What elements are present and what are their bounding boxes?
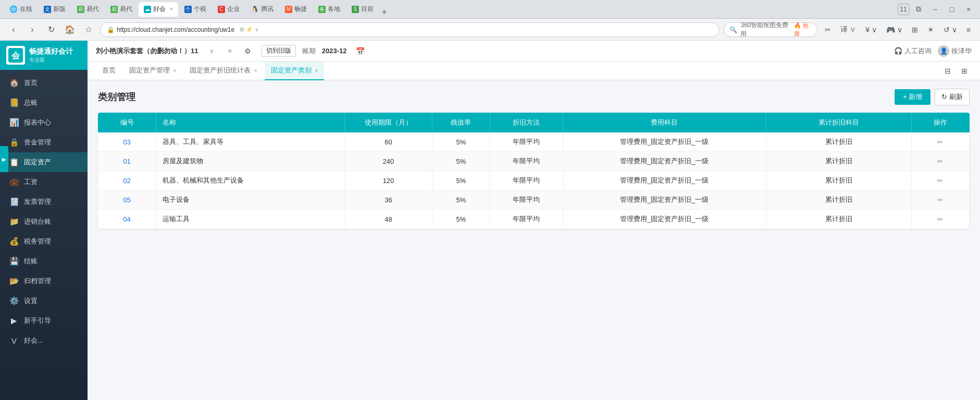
edit-icon[interactable]: ✏: [937, 138, 943, 146]
tab-close-5[interactable]: ×: [170, 6, 173, 12]
company-dropdown[interactable]: ∨: [204, 44, 219, 58]
cell-code[interactable]: 02: [98, 171, 156, 190]
browser-tab-7[interactable]: C 企业: [213, 2, 245, 17]
sidebar-item-fixed[interactable]: 📋 固定资产: [0, 152, 88, 172]
minimize-button[interactable]: −: [928, 2, 942, 17]
search-box[interactable]: 🔍 360智能抠图免费用 🔥 热搜: [724, 22, 817, 37]
top-bar: 刘小艳演示套套（勿删勿动！）11 ∨ + ⚙ 切到旧版 账期 2023-12 📅…: [88, 41, 980, 62]
sidebar-item-salary[interactable]: 💼 工资: [0, 172, 88, 192]
browser-tab-9[interactable]: M 畅捷: [280, 2, 312, 17]
browser-tab-5[interactable]: ☁ 好会 ×: [139, 2, 178, 17]
fixed-icon: 📋: [9, 157, 19, 167]
sidebar-item-home[interactable]: 🏠 首页: [0, 73, 88, 93]
page-actions: + 新增 ↻ 刷新: [895, 89, 970, 105]
sidebar-item-label: 新手引导: [24, 316, 51, 325]
browser-toolbar: ‹ › ↻ 🏠 ☆ 🔒 https://cloud.chanjet.com/ac…: [0, 19, 980, 41]
sidebar-item-tax[interactable]: 💰 税务管理: [0, 232, 88, 251]
side-quick-btn[interactable]: ▶: [0, 146, 8, 172]
user-button[interactable]: 👤 徐泽华: [938, 45, 972, 57]
cell-expense: 管理费用_固定资产折旧_一级: [563, 210, 766, 229]
cell-name: 器具、工具、家具等: [156, 132, 345, 152]
tab-label: 畅捷: [294, 5, 307, 14]
refresh-button[interactable]: ↻ 刷新: [935, 89, 970, 105]
col-residual: 残值率: [432, 113, 490, 132]
col-expense: 费用科目: [563, 113, 766, 132]
sidebar-logo[interactable]: 会 畅捷通好会计 专业版: [0, 41, 88, 70]
browser-tab-4[interactable]: 易 易代: [105, 2, 138, 17]
guide-icon: ▶: [9, 316, 19, 325]
currency-btn[interactable]: ¥ ∨: [862, 25, 880, 35]
translate-btn[interactable]: 译 ∨: [837, 24, 859, 35]
browser-tab-1[interactable]: 🌐 在线: [4, 2, 38, 17]
cell-residual: 5%: [432, 152, 490, 171]
edit-icon[interactable]: ✏: [937, 157, 943, 165]
back-button[interactable]: ‹: [6, 22, 21, 37]
calendar-icon[interactable]: 📅: [353, 44, 368, 58]
edit-icon[interactable]: ✏: [937, 196, 943, 204]
menu-btn[interactable]: ≡: [963, 25, 974, 35]
sidebar-item-guide[interactable]: ▶ 新手引导: [0, 311, 88, 331]
sidebar-item-inventory[interactable]: 📁 进销台账: [0, 212, 88, 232]
tab-asset-category[interactable]: 固定资产类别 ×: [265, 62, 324, 80]
company-name: 刘小艳演示套套（勿删勿动！）11: [96, 46, 198, 56]
cell-code[interactable]: 01: [98, 152, 156, 171]
grid-btn[interactable]: ⊞: [909, 25, 921, 35]
sidebar-item-invoice[interactable]: 🧾 发票管理: [0, 192, 88, 212]
tab-fixed-asset-mgmt[interactable]: 固定资产管理 ×: [123, 62, 182, 80]
sidebar-item-checkout[interactable]: 💾 结账: [0, 251, 88, 271]
tab-minimize-btn[interactable]: ⊟: [940, 64, 955, 78]
cell-period: 36: [345, 190, 432, 210]
new-tab-button[interactable]: +: [380, 7, 389, 17]
browser-tab-10[interactable]: 各 各地: [313, 2, 345, 17]
sidebar-item-label: 设置: [24, 296, 38, 306]
add-company-button[interactable]: +: [225, 46, 234, 56]
logo-sub: 专业版: [29, 56, 73, 64]
browser-tab-6[interactable]: 个 个税: [179, 2, 212, 17]
sidebar-item-label: 工资: [24, 177, 38, 187]
cell-code[interactable]: 04: [98, 210, 156, 229]
cell-code[interactable]: 05: [98, 190, 156, 210]
security-icon: 🔒: [107, 26, 115, 33]
tab-maximize-btn[interactable]: ⊞: [957, 64, 972, 78]
sun-btn[interactable]: ☀: [924, 25, 937, 35]
switch-version-button[interactable]: 切到旧版: [262, 45, 296, 57]
close-window-button[interactable]: ×: [961, 2, 976, 17]
browser-tab-3[interactable]: 易 易代: [72, 2, 104, 17]
add-button[interactable]: + 新增: [895, 89, 931, 105]
edit-icon[interactable]: ✏: [937, 177, 943, 185]
tab-label: 个税: [194, 5, 206, 14]
cell-code[interactable]: 03: [98, 132, 156, 152]
cell-method: 年限平均: [490, 152, 563, 171]
tab-close-depreciation[interactable]: ×: [254, 67, 257, 74]
settings-cog[interactable]: ⚙: [241, 44, 255, 58]
browser-tab-8[interactable]: 🐧 腾讯: [246, 2, 279, 17]
cell-accumulate: 累计折旧: [766, 171, 911, 190]
cut-icon-btn[interactable]: ✂: [822, 25, 834, 35]
tab-home[interactable]: 首页: [96, 62, 122, 80]
reload-button[interactable]: ↻: [44, 22, 58, 37]
restore-button[interactable]: ⧉: [911, 2, 926, 17]
address-text: https://cloud.chanjet.com/accounting/uw1…: [117, 26, 234, 33]
service-button[interactable]: 🎧 人工咨询: [894, 46, 932, 56]
history-btn[interactable]: ↺ ∨: [940, 25, 960, 35]
maximize-button[interactable]: □: [945, 2, 959, 17]
sidebar-item-archive[interactable]: 📂 归档管理: [0, 271, 88, 291]
tab-depreciation-table[interactable]: 固定资产折旧统计表 ×: [183, 62, 263, 80]
game-btn[interactable]: 🎮 ∨: [883, 25, 905, 35]
tab-close-fixed-asset-mgmt[interactable]: ×: [173, 67, 176, 74]
sidebar-item-settings[interactable]: ⚙️ 设置: [0, 291, 88, 311]
col-code: 编号: [98, 113, 156, 132]
home-button[interactable]: 🏠: [63, 22, 77, 37]
bookmark-button[interactable]: ☆: [81, 22, 96, 37]
sidebar-item-ledger[interactable]: 📒 总账: [0, 93, 88, 113]
tab-close-category[interactable]: ×: [315, 67, 318, 74]
sidebar-item-more[interactable]: V 好会...: [0, 331, 88, 350]
forward-button[interactable]: ›: [25, 22, 40, 37]
sidebar-item-funds[interactable]: 🔒 资金管理: [0, 132, 88, 152]
browser-tab-2[interactable]: 文 新版: [39, 2, 71, 17]
edit-icon[interactable]: ✏: [937, 215, 943, 223]
browser-tab-11[interactable]: S 目前: [346, 2, 379, 17]
address-bar[interactable]: 🔒 https://cloud.chanjet.com/accounting/u…: [100, 22, 720, 37]
sidebar-item-report[interactable]: 📊 报表中心: [0, 113, 88, 132]
cell-action: ✏: [911, 132, 970, 152]
